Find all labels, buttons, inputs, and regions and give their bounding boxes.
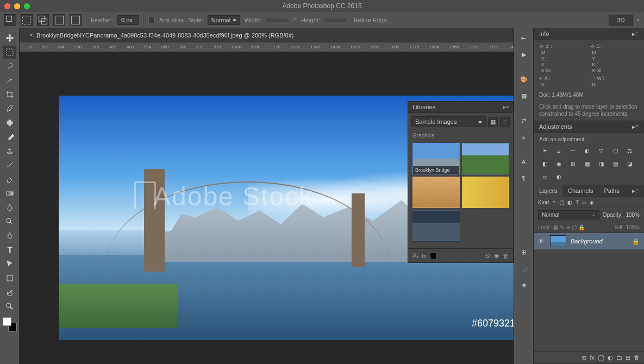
selection-subtract-icon[interactable] [53,14,65,26]
adjustment-layer-icon[interactable]: ◐ [608,354,613,361]
grid-view-icon[interactable]: ▦ [488,117,498,127]
character-panel-icon[interactable]: A [517,155,530,168]
selection-new-icon[interactable] [21,14,33,26]
feather-input[interactable]: 0 px [117,15,139,25]
layer-thumbnail[interactable] [550,235,566,247]
layers-tab[interactable]: Layers [534,185,562,197]
black-white-icon[interactable]: ◧ [539,159,550,168]
panel-menu-icon[interactable]: ▸≡ [503,104,509,110]
minimize-window-button[interactable] [14,3,20,9]
color-panel-icon[interactable]: 🎨 [517,73,530,86]
close-tab-icon[interactable]: × [29,32,33,39]
add-character-style-icon[interactable]: Aₐ [412,252,418,259]
tool-preset-icon[interactable] [4,14,16,26]
panel-menu-icon[interactable]: ▸≡ [632,30,639,37]
selection-intersect-icon[interactable] [70,14,82,26]
channel-mixer-icon[interactable]: ⊞ [567,159,578,168]
refine-edge-button[interactable]: Refine Edge... [354,17,392,23]
library-item[interactable] [412,210,460,242]
marquee-tool[interactable] [3,46,16,59]
libraries-header[interactable]: Libraries ▸≡ [408,102,513,113]
zoom-tool[interactable] [3,300,16,313]
color-swatches[interactable] [3,317,17,331]
dodge-tool[interactable] [3,215,16,228]
opacity-value[interactable]: 100% [626,212,640,218]
shape-tool[interactable] [3,272,16,285]
vibrance-icon[interactable]: ▽ [596,146,607,155]
workspace-menu-icon[interactable]: » [637,17,640,22]
clone-stamp-tool[interactable] [3,145,16,158]
levels-icon[interactable]: ⊿ [553,146,564,155]
history-panel-icon[interactable]: ▶ [517,48,530,61]
filter-smart-icon[interactable]: ◈ [590,199,594,205]
close-window-button[interactable] [4,3,10,9]
magic-wand-tool[interactable] [3,74,16,87]
library-item[interactable] [462,177,509,208]
layer-style-icon[interactable]: fx [590,354,595,361]
style-dropdown[interactable]: Normal≑ [208,15,240,25]
add-fill-color-icon[interactable] [430,253,436,259]
panel-menu-icon[interactable]: ▸≡ [632,123,639,130]
lasso-tool[interactable] [3,60,16,73]
brush-presets-panel-icon[interactable]: ≡ [517,130,530,143]
layer-visibility-icon[interactable]: 👁 [538,238,546,244]
eraser-tool[interactable] [3,173,16,186]
gradient-map-icon[interactable]: ▭ [539,172,550,181]
crop-tool[interactable] [3,88,16,101]
layer-lock-icon[interactable]: 🔒 [632,238,640,245]
delete-icon[interactable]: 🗑 [503,253,509,259]
exposure-icon[interactable]: ◐ [582,146,592,155]
lock-transparency-icon[interactable]: ▦ [553,224,558,230]
link-layers-icon[interactable]: ⧉ [582,354,586,361]
anti-alias-checkbox[interactable] [148,17,155,23]
filter-adjustment-icon[interactable]: ◐ [567,199,572,205]
hue-saturation-icon[interactable]: ▢ [610,146,621,155]
color-lookup-icon[interactable]: ▦ [582,159,592,168]
collapse-arrow-icon[interactable]: ⇤ [517,32,530,45]
filter-shape-icon[interactable]: ▱ [582,199,586,205]
filter-pixel-icon[interactable]: ▢ [559,199,564,205]
blend-mode-dropdown[interactable]: Normal⌄ [538,210,599,219]
group-icon[interactable]: 🗀 [616,354,622,361]
delete-layer-icon[interactable]: 🗑 [634,354,640,361]
workspace-3d[interactable]: 3D [609,15,633,26]
layer-row[interactable]: 👁 Background 🔒 [534,233,644,249]
type-tool[interactable]: T [3,243,16,256]
properties-panel-icon[interactable]: ⊞ [517,246,530,259]
posterize-icon[interactable]: ▤ [610,159,621,168]
brushes-panel-icon[interactable]: ⇄ [517,114,530,127]
photo-filter-icon[interactable]: ◉ [553,159,564,168]
paragraph-panel-icon[interactable]: ¶ [517,172,530,185]
hand-tool[interactable] [3,286,16,299]
brightness-contrast-icon[interactable]: ☀ [539,146,550,155]
styles-panel-icon[interactable]: ⬚ [517,262,530,275]
pen-tool[interactable] [3,229,16,242]
canvas[interactable]: Adobe Stock #60793212 Libraries ▸≡ Sampl… [20,52,514,364]
blur-tool[interactable] [3,201,16,214]
color-balance-icon[interactable]: ⚖ [624,146,635,155]
selective-color-icon[interactable]: ◐ [553,172,564,181]
brush-tool[interactable] [3,130,16,143]
new-layer-icon[interactable]: ⊞ [626,354,630,361]
panel-menu-icon[interactable]: ▸≡ [627,185,644,197]
library-item[interactable] [462,143,509,174]
paths-tab[interactable]: Paths [599,185,625,197]
lock-artboard-icon[interactable]: ▢ [572,224,577,230]
path-selection-tool[interactable] [3,258,16,271]
lock-all-icon[interactable]: 🔒 [578,224,585,230]
gradient-tool[interactable] [3,187,16,200]
maximize-window-button[interactable] [24,3,30,9]
history-brush-tool[interactable] [3,159,16,172]
library-item[interactable] [412,177,460,208]
move-tool[interactable] [3,32,16,45]
add-layer-style-icon[interactable]: fx [422,253,427,259]
document-tab[interactable]: × BrooklynBridgeNYCPanorama_4a098c53-f34… [24,29,299,41]
layer-mask-icon[interactable]: ◯ [598,354,604,361]
library-dropdown[interactable]: Sample Images≑ [411,116,486,127]
library-item[interactable]: Brooklyn Bridge [412,143,460,174]
threshold-icon[interactable]: ◪ [624,159,635,168]
invert-icon[interactable]: ◨ [596,159,607,168]
swatches-panel-icon[interactable]: ▦ [517,89,530,102]
lock-position-icon[interactable]: ✛ [566,224,570,230]
selection-add-icon[interactable] [37,14,49,26]
